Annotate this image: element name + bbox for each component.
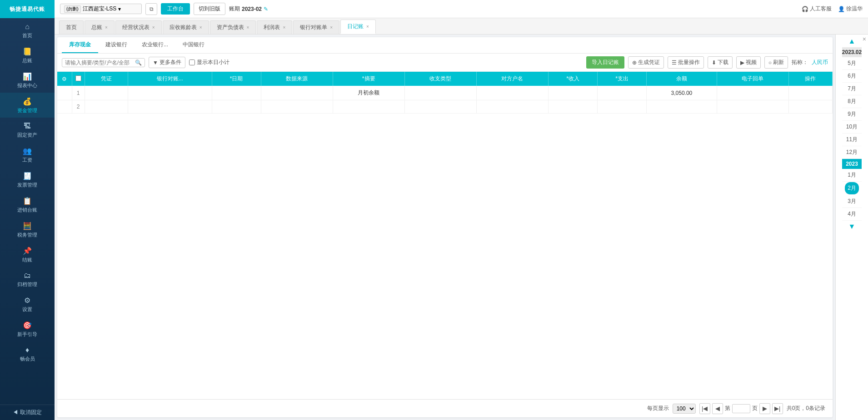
ledger-icon: 📒 [23, 47, 32, 56]
copy-btn[interactable]: ⧉ [145, 3, 157, 15]
search-icon[interactable]: 🔍 [135, 59, 142, 66]
journal-panel: 库存现金建设银行农业银行...中国银行 🔍 ▼ 更多条件 显示本日小计 导入日记 [57, 37, 833, 417]
sidebar-item-capital[interactable]: 💰 资金管理 [0, 93, 55, 118]
settings-col-icon[interactable]: ⚙ [62, 76, 67, 82]
search-box[interactable]: 🔍 [62, 58, 145, 67]
month-item-prev-12月[interactable]: 12月 [842, 146, 862, 159]
date-panel-close-btn[interactable]: × [863, 35, 866, 43]
bank-tab-boc[interactable]: 中国银行 [175, 37, 212, 53]
year-header-2023[interactable]: 2023 [842, 159, 862, 169]
bank-tab-label-boc: 中国银行 [183, 41, 205, 48]
tab-label-receivable: 应收账龄表 [170, 24, 197, 31]
sidebar-item-vip[interactable]: ♦ 畅会员 [0, 341, 55, 366]
date-panel-up-btn[interactable]: ▲ [847, 35, 858, 47]
currency-value[interactable]: 人民币 [812, 59, 828, 66]
sidebar-nav: ⌂ 首页📒 总账📊 报表中心💰 资金管理🏗 固定资产👥 工资🧾 发票管理📋 进销… [0, 18, 55, 366]
human-service-btn[interactable]: 🎧 人工客服 [802, 5, 832, 13]
sidebar-item-settings[interactable]: ⚙ 设置 [0, 292, 55, 316]
batch-ops-btn[interactable]: ☰ 批量操作 [668, 56, 704, 69]
tab-label-ledger: 总账 [91, 24, 102, 31]
tab-close-status[interactable]: × [152, 25, 155, 30]
bank-tab-ccb[interactable]: 建设银行 [98, 37, 135, 53]
year-header-prev[interactable]: 2023.02 [842, 47, 862, 57]
old-version-btn[interactable]: 切到旧版 [194, 3, 225, 15]
video-btn[interactable]: ▶ 视频 [736, 56, 761, 69]
sidebar-item-home[interactable]: ⌂ 首页 [0, 18, 55, 43]
tab-close-bank[interactable]: × [330, 25, 333, 30]
row-num-0: 1 [77, 90, 80, 96]
sidebar-item-tax[interactable]: 🧮 税务管理 [0, 217, 55, 242]
month-item-prev-11月[interactable]: 11月 [842, 133, 862, 146]
sidebar-item-invoice[interactable]: 🧾 发票管理 [0, 167, 55, 192]
batch-icon: ☰ [672, 59, 677, 66]
select-all-checkbox[interactable] [75, 75, 81, 81]
tab-receivable[interactable]: 应收账龄表× [163, 20, 209, 34]
month-item-prev-5月[interactable]: 5月 [842, 57, 862, 70]
per-page-select[interactable]: 100 50 200 [673, 404, 696, 414]
sidebar-item-settle[interactable]: 📌 结账 [0, 242, 55, 267]
sidebar-label-ledger: 总账 [22, 57, 32, 64]
filter-more-btn[interactable]: ▼ 更多条件 [149, 57, 185, 68]
workbench-btn[interactable]: 工作台 [161, 3, 190, 15]
sidebar-item-payroll[interactable]: 👥 工资 [0, 142, 55, 167]
month-item-prev-6月[interactable]: 6月 [842, 70, 862, 83]
row-expense-1 [598, 100, 647, 114]
last-page-btn[interactable]: ▶| [772, 403, 783, 414]
first-page-btn[interactable]: |◀ [699, 403, 710, 414]
month-item-prev-7月[interactable]: 7月 [842, 83, 862, 95]
tab-close-ledger[interactable]: × [105, 25, 108, 30]
invoice-icon: 🧾 [23, 172, 32, 180]
import-journal-btn[interactable]: 导入日记账 [586, 56, 624, 69]
tab-profit[interactable]: 利润表× [257, 20, 292, 34]
search-input[interactable] [65, 59, 133, 66]
tab-ledger[interactable]: 总账× [85, 20, 115, 34]
daily-subtotal-check[interactable]: 显示本日小计 [189, 59, 229, 66]
user-profile-btn[interactable]: 👤 徐温华 [838, 5, 863, 13]
period-edit-icon[interactable]: ✎ [264, 6, 268, 12]
generate-voucher-btn[interactable]: ⊕ 生成凭证 [628, 56, 664, 69]
bank-tab-cash[interactable]: 库存现金 [62, 37, 98, 53]
filter-icon: ▼ [153, 59, 158, 66]
month-item-2023-4月[interactable]: 4月 [842, 208, 862, 221]
row-ebill-1 [717, 100, 788, 114]
bank-tab-abc[interactable]: 农业银行... [135, 37, 175, 53]
company-selector[interactable]: (勿删) 江西超宝-LSS ▾ [60, 4, 142, 14]
pagination: |◀ ◀ 第 1 页 ▶ ▶| [699, 403, 783, 414]
sidebar-item-fixed[interactable]: 🏗 固定资产 [0, 118, 55, 142]
col-header-income: *收入 [549, 72, 598, 86]
col-header-action: 操作 [788, 72, 832, 86]
month-item-2023-3月[interactable]: 3月 [842, 195, 862, 208]
download-btn[interactable]: ⬇ 下载 [708, 56, 733, 69]
sidebar-item-archive[interactable]: 🗂 归档管理 [0, 267, 55, 292]
daily-subtotal-checkbox[interactable] [189, 59, 195, 65]
sidebar-item-report[interactable]: 📊 报表中心 [0, 68, 55, 93]
sidebar-unpin-btn[interactable]: ◀ 取消固定 [0, 405, 55, 420]
page-number-input[interactable]: 1 [732, 404, 750, 413]
month-item-prev-9月[interactable]: 9月 [842, 108, 862, 121]
tab-close-profit[interactable]: × [283, 25, 285, 30]
tab-close-assets[interactable]: × [247, 25, 249, 30]
next-page-btn[interactable]: ▶ [759, 403, 770, 414]
month-item-2023-1月[interactable]: 1月 [842, 169, 862, 182]
table-footer: 每页显示 100 50 200 |◀ ◀ 第 1 页 ▶ ▶| 共0页，0条记录 [57, 399, 833, 417]
month-item-2023-2月[interactable]: 2月 [845, 182, 859, 195]
company-dropdown-icon: ▾ [118, 6, 121, 12]
sidebar-item-guide[interactable]: 🎯 新手引导 [0, 316, 55, 341]
month-item-prev-10月[interactable]: 10月 [842, 121, 862, 133]
tab-journal[interactable]: 日记账× [340, 20, 376, 34]
tab-close-journal[interactable]: × [366, 24, 369, 29]
tab-assets[interactable]: 资产负债表× [210, 20, 256, 34]
date-panel-down-btn[interactable]: ▼ [847, 221, 858, 232]
tab-status[interactable]: 经营状况表× [115, 20, 162, 34]
month-item-prev-8月[interactable]: 8月 [842, 95, 862, 108]
tab-bank[interactable]: 银行对账单× [293, 20, 339, 34]
sidebar-item-ledger[interactable]: 📒 总账 [0, 43, 55, 68]
archive-icon: 🗂 [24, 272, 31, 280]
tab-close-receivable[interactable]: × [200, 25, 202, 30]
sidebar-item-purchase[interactable]: 📋 进销台账 [0, 192, 55, 217]
refresh-btn[interactable]: ○ 刷新 [764, 56, 788, 69]
tab-home[interactable]: 首页 [59, 20, 84, 34]
sidebar-label-capital: 资金管理 [17, 107, 37, 114]
prev-page-btn[interactable]: ◀ [712, 403, 723, 414]
sidebar-label-settle: 结账 [22, 257, 32, 263]
